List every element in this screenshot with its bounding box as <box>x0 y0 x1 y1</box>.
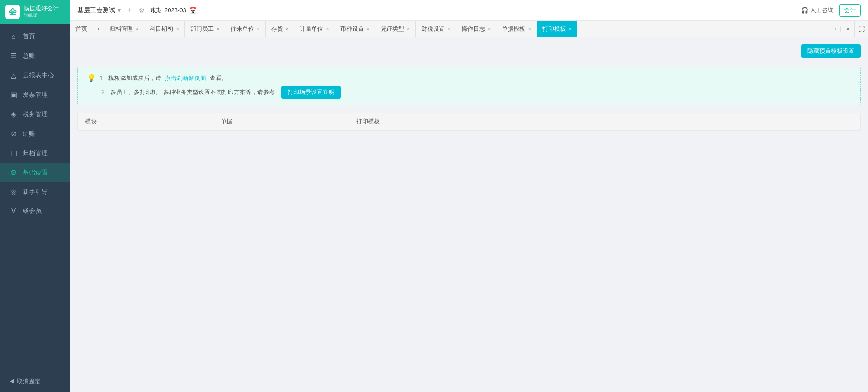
calendar-icon[interactable]: 📅 <box>189 7 197 14</box>
ledger-icon: ☰ <box>9 52 18 60</box>
tab-maximize-icon[interactable]: ⛶ <box>854 21 868 37</box>
sidebar-item-archive[interactable]: ◫ 归档管理 <box>0 143 70 163</box>
tab-nav-prev[interactable]: ‹ <box>93 21 104 37</box>
home-tab-label: 首页 <box>75 25 87 33</box>
chevron-down-icon: ▾ <box>118 7 121 14</box>
tab-currency[interactable]: 币种设置 × <box>335 21 375 37</box>
tab-archive-mgmt[interactable]: 归档管理 × <box>104 21 144 37</box>
tab-label: 计量单位 <box>300 25 323 33</box>
tab-label: 凭证类型 <box>381 25 404 33</box>
tab-label: 往来单位 <box>231 25 254 33</box>
print-template-table: 模块 单据 打印模板 <box>77 113 861 131</box>
tab-close-icon[interactable]: × <box>569 26 571 32</box>
tab-close-icon[interactable]: × <box>407 26 410 32</box>
tab-close-icon[interactable]: × <box>217 26 219 32</box>
tab-label: 存货 <box>271 25 283 33</box>
sidebar-item-label: 新手引导 <box>23 188 48 196</box>
tab-partner[interactable]: 往来单位 × <box>225 21 265 37</box>
col-document: 单据 <box>213 113 349 130</box>
explain-button[interactable]: 打印场景设置宜明 <box>281 86 341 99</box>
sidebar-item-member[interactable]: V 畅会员 <box>0 202 70 221</box>
tab-label: 部门员工 <box>190 25 214 33</box>
sidebar-item-label: 归档管理 <box>23 149 48 157</box>
topbar: 基层工会测试 ▾ ＋ ⚙ 账期 2023-03 📅 🎧 人工咨询 会计 <box>70 0 868 21</box>
settings-gear-icon[interactable]: ⚙ <box>139 7 145 14</box>
sidebar: 会 畅捷通好会计 旗舰版 ⌂ 首页 ☰ 总账 △ 云报表中心 ▣ 发票管理 ◈ … <box>0 0 70 392</box>
service-label: 人工咨询 <box>810 6 834 14</box>
sidebar-item-label: 税务管理 <box>23 110 48 118</box>
sidebar-item-label: 发票管理 <box>23 91 48 99</box>
tab-nav-next[interactable]: › <box>830 26 841 32</box>
tab-label: 币种设置 <box>340 25 364 33</box>
sidebar-item-guide[interactable]: ◎ 新手引导 <box>0 182 70 202</box>
closing-icon: ⊘ <box>9 129 18 138</box>
hide-template-button[interactable]: 隐藏预置模板设置 <box>801 44 861 58</box>
notice-line2-before: 2、多员工、多打印机、多种业务类型设置不同打印方案等，请参考 <box>101 88 275 96</box>
notice-line1-after: 查看。 <box>210 74 227 82</box>
settings-icon: ⚙ <box>9 168 18 177</box>
unpin-button[interactable]: ◀ 取消固定 <box>0 371 70 392</box>
sidebar-item-invoice[interactable]: ▣ 发票管理 <box>0 85 70 104</box>
sidebar-item-ledger[interactable]: ☰ 总账 <box>0 46 70 66</box>
guide-icon: ◎ <box>9 188 18 196</box>
kuaiji-button[interactable]: 会计 <box>839 4 861 17</box>
member-icon: V <box>9 207 18 215</box>
app-badge: 旗舰版 <box>24 12 59 19</box>
tab-close-icon[interactable]: × <box>367 26 369 32</box>
content-area: 隐藏预置模板设置 💡 1、模板添加成功后，请 点击刷新新页面 查看。 2、多员工… <box>70 37 868 392</box>
add-tab-icon[interactable]: ＋ <box>126 5 133 15</box>
tab-close-icon[interactable]: × <box>488 26 491 32</box>
tab-label: 归档管理 <box>109 25 133 33</box>
tab-close-icon[interactable]: × <box>448 26 450 32</box>
tab-dept-employee[interactable]: 部门员工 × <box>185 21 225 37</box>
sidebar-nav: ⌂ 首页 ☰ 总账 △ 云报表中心 ▣ 发票管理 ◈ 税务管理 ⊘ 结账 ◫ 归… <box>0 24 70 371</box>
notice-row-1: 💡 1、模板添加成功后，请 点击刷新新页面 查看。 <box>87 74 851 82</box>
invoice-icon: ▣ <box>9 90 18 99</box>
tab-label: 单据模板 <box>502 25 525 33</box>
tab-actions: › × ⛶ <box>830 21 868 37</box>
sidebar-item-settings[interactable]: ⚙ 基础设置 <box>0 163 70 182</box>
tab-unit[interactable]: 计量单位 × <box>294 21 335 37</box>
notice-line1-before: 1、模板添加成功后，请 <box>99 74 161 82</box>
notice-box: 💡 1、模板添加成功后，请 点击刷新新页面 查看。 2、多员工、多打印机、多种业… <box>77 67 861 105</box>
tab-label: 操作日志 <box>462 25 485 33</box>
period-label: 账期 <box>150 6 162 14</box>
tab-single-template[interactable]: 单据模板 × <box>496 21 537 37</box>
tab-print-template[interactable]: 打印模板 × <box>537 21 577 37</box>
tab-close-icon[interactable]: × <box>257 26 259 32</box>
tab-inventory[interactable]: 存货 × <box>266 21 294 37</box>
tab-voucher-type[interactable]: 凭证类型 × <box>375 21 415 37</box>
sidebar-item-label: 总账 <box>23 52 35 60</box>
tab-tax-settings[interactable]: 财税设置 × <box>416 21 456 37</box>
tabbar: 首页 ‹ 归档管理 × 科目期初 × 部门员工 × 往来单位 × 存货 × 计量… <box>70 21 868 37</box>
sidebar-item-closing[interactable]: ⊘ 结账 <box>0 124 70 143</box>
topbar-right: 🎧 人工咨询 会计 <box>801 4 861 17</box>
sidebar-item-label: 云报表中心 <box>23 71 54 80</box>
tab-close-icon[interactable]: × <box>326 26 329 32</box>
company-selector[interactable]: 基层工会测试 ▾ <box>77 6 121 14</box>
top-actions: 隐藏预置模板设置 <box>77 44 861 62</box>
refresh-link[interactable]: 点击刷新新页面 <box>165 74 206 82</box>
col-module: 模块 <box>78 113 213 130</box>
table-header: 模块 单据 打印模板 <box>78 113 860 131</box>
sidebar-item-tax[interactable]: ◈ 税务管理 <box>0 104 70 124</box>
app-name: 畅捷通好会计 <box>24 5 59 13</box>
tab-close-all-icon[interactable]: × <box>841 21 854 37</box>
sidebar-item-label: 结账 <box>23 130 35 138</box>
service-button[interactable]: 🎧 人工咨询 <box>801 6 834 14</box>
sidebar-item-home[interactable]: ⌂ 首页 <box>0 27 70 46</box>
tab-subject-init[interactable]: 科目期初 × <box>144 21 184 37</box>
main-area: 基层工会测试 ▾ ＋ ⚙ 账期 2023-03 📅 🎧 人工咨询 会计 首页 ‹… <box>70 0 868 392</box>
tab-close-icon[interactable]: × <box>286 26 288 32</box>
logo[interactable]: 会 畅捷通好会计 旗舰版 <box>0 0 70 24</box>
tab-home[interactable]: 首页 <box>70 21 93 37</box>
archive-icon: ◫ <box>9 149 18 157</box>
period-display: 账期 2023-03 📅 <box>150 6 197 14</box>
tab-op-log[interactable]: 操作日志 × <box>456 21 496 37</box>
logo-icon: 会 <box>5 5 20 19</box>
tab-close-icon[interactable]: × <box>176 26 179 32</box>
notice-row-2: 2、多员工、多打印机、多种业务类型设置不同打印方案等，请参考 打印场景设置宜明 <box>87 86 851 99</box>
tab-close-icon[interactable]: × <box>136 26 138 32</box>
tab-close-icon[interactable]: × <box>528 26 531 32</box>
sidebar-item-reports[interactable]: △ 云报表中心 <box>0 66 70 85</box>
